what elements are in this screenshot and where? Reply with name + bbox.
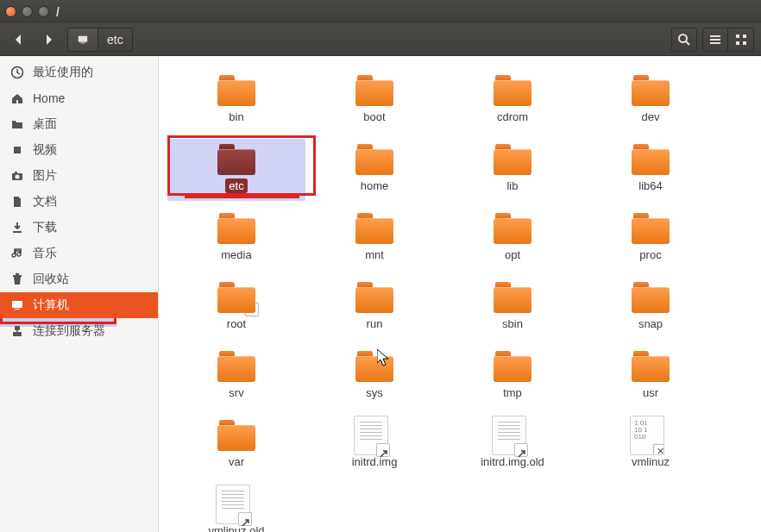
file-item-label: tmp <box>500 385 525 400</box>
sidebar-item-文档[interactable]: 文档 <box>0 189 158 215</box>
svg-line-3 <box>686 41 689 45</box>
sidebar-item-label: 最近使用的 <box>33 65 93 80</box>
file-item-usr[interactable]: usr <box>582 346 720 408</box>
svg-point-2 <box>679 34 687 42</box>
file-item-label: vmlinuz.old <box>204 523 267 532</box>
file-item-label: cdrom <box>494 110 531 124</box>
close-window-button[interactable] <box>5 6 16 17</box>
file-item-home[interactable]: home <box>305 139 443 201</box>
sidebar-item-下载[interactable]: 下载 <box>0 215 158 241</box>
icon-view-button[interactable] <box>728 28 754 52</box>
file-item-mnt[interactable]: mnt <box>305 208 443 270</box>
sidebar: 最近使用的Home桌面视频图片文档下载音乐回收站计算机连接到服务器 <box>0 56 159 532</box>
computer-icon <box>10 298 24 312</box>
maximize-window-button[interactable] <box>38 6 49 17</box>
file-item-root[interactable]: ✕root <box>167 277 305 339</box>
svg-rect-6 <box>710 42 720 44</box>
file-item-bin[interactable]: bin <box>167 70 305 132</box>
folder-icon <box>492 211 533 246</box>
sidebar-item-图片[interactable]: 图片 <box>0 163 158 189</box>
folder-icon <box>492 280 533 315</box>
folder-icon <box>630 142 671 177</box>
sidebar-item-桌面[interactable]: 桌面 <box>0 111 158 137</box>
file-item-initrd.img[interactable]: initrd.img <box>305 415 443 477</box>
folder-icon <box>216 73 257 108</box>
file-icon: 1 0110 1010✕ <box>630 418 671 453</box>
network-icon <box>10 324 24 338</box>
file-item-label: media <box>217 247 255 262</box>
file-icon <box>492 418 533 453</box>
sidebar-item-计算机[interactable]: 计算机 <box>0 292 158 318</box>
sidebar-item-最近使用的[interactable]: 最近使用的 <box>0 59 158 85</box>
file-item-label: opt <box>501 247 524 262</box>
folder-icon: ✕ <box>216 280 257 315</box>
sidebar-item-Home[interactable]: Home <box>0 85 158 111</box>
path-bar: etc <box>67 28 133 52</box>
folder-icon <box>630 349 671 384</box>
file-item-opt[interactable]: opt <box>443 208 582 270</box>
search-button[interactable] <box>671 28 697 52</box>
sidebar-item-label: 计算机 <box>33 297 69 313</box>
download-icon <box>10 221 24 235</box>
folder-icon <box>354 73 395 108</box>
file-icon <box>216 487 257 522</box>
back-button[interactable] <box>7 28 31 52</box>
file-item-label: initrd.img <box>349 454 401 469</box>
file-item-snap[interactable]: snap <box>582 277 720 339</box>
sidebar-item-连接到服务器[interactable]: 连接到服务器 <box>0 318 158 344</box>
file-icon <box>354 418 395 453</box>
file-item-run[interactable]: run <box>305 277 443 339</box>
folder-icon <box>10 117 24 131</box>
svg-rect-5 <box>710 39 720 41</box>
home-icon <box>10 91 24 105</box>
file-item-label: root <box>223 316 249 331</box>
file-item-cdrom[interactable]: cdrom <box>443 70 582 132</box>
path-segment-etc[interactable]: etc <box>98 28 132 51</box>
file-item-initrd.img.old[interactable]: initrd.img.old <box>443 415 582 477</box>
toolbar: etc <box>0 23 761 56</box>
file-item-var[interactable]: var <box>167 415 305 477</box>
video-icon <box>10 143 24 157</box>
forward-button[interactable] <box>36 28 60 52</box>
file-item-label: vmlinuz <box>628 454 673 469</box>
file-item-vmlinuz[interactable]: 1 0110 1010✕vmlinuz <box>582 415 720 477</box>
file-item-label: lib64 <box>635 178 665 193</box>
path-root-button[interactable] <box>68 28 98 51</box>
file-item-sys[interactable]: sys <box>305 346 443 408</box>
file-item-label: initrd.img.old <box>477 454 548 469</box>
folder-icon <box>630 73 671 108</box>
file-item-sbin[interactable]: sbin <box>443 277 582 339</box>
file-item-label: etc <box>225 178 247 193</box>
clock-icon <box>10 66 24 79</box>
sidebar-item-视频[interactable]: 视频 <box>0 137 158 163</box>
file-item-boot[interactable]: boot <box>305 70 443 132</box>
file-item-tmp[interactable]: tmp <box>443 346 582 408</box>
minimize-window-button[interactable] <box>22 6 33 17</box>
file-item-vmlinuz.old[interactable]: vmlinuz.old <box>167 484 305 532</box>
list-view-button[interactable] <box>702 28 728 52</box>
file-item-label: var <box>225 454 248 469</box>
file-item-lib[interactable]: lib <box>443 139 582 201</box>
sidebar-item-label: 文档 <box>33 194 57 210</box>
file-item-media[interactable]: media <box>167 208 305 270</box>
trash-icon <box>10 272 24 286</box>
file-item-dev[interactable]: dev <box>582 70 720 132</box>
folder-icon <box>354 349 395 384</box>
sidebar-item-回收站[interactable]: 回收站 <box>0 266 158 292</box>
file-item-etc[interactable]: etc <box>167 139 305 201</box>
sidebar-item-label: 图片 <box>33 168 57 184</box>
file-item-label: snap <box>635 316 666 331</box>
sidebar-item-音乐[interactable]: 音乐 <box>0 241 158 266</box>
folder-icon <box>216 418 257 453</box>
file-item-srv[interactable]: srv <box>167 346 305 408</box>
window-title: / <box>56 5 60 19</box>
file-item-proc[interactable]: proc <box>582 208 720 270</box>
file-grid-pane[interactable]: binbootcdromdevetchomeliblib64mediamntop… <box>159 56 761 532</box>
sidebar-item-label: 连接到服务器 <box>33 323 105 339</box>
window-titlebar: / <box>0 0 761 23</box>
sidebar-item-label: 音乐 <box>33 246 57 261</box>
file-item-lib64[interactable]: lib64 <box>582 139 720 201</box>
file-item-label: sys <box>362 385 387 400</box>
folder-icon <box>354 142 395 177</box>
folder-icon <box>492 349 533 384</box>
